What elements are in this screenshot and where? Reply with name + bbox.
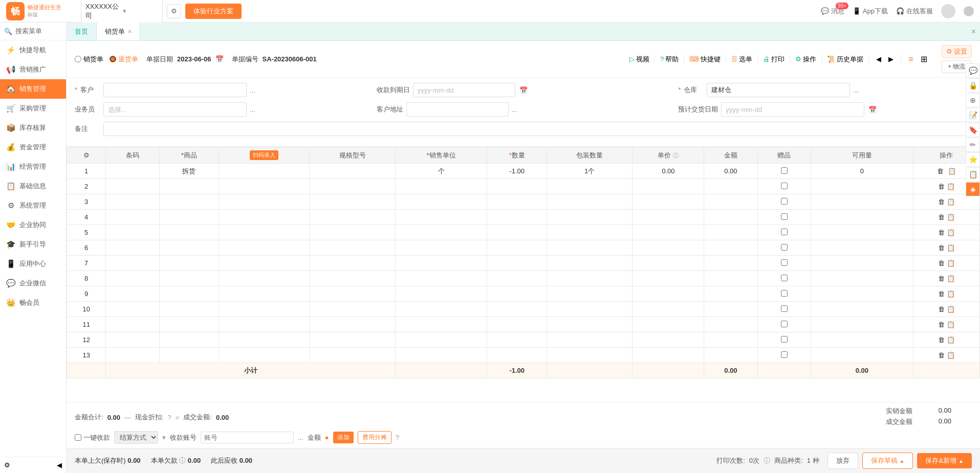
payment-date-input[interactable]: [413, 83, 515, 97]
toolbar-print[interactable]: 🖨打印: [763, 55, 785, 64]
delete-icon[interactable]: 🗑: [938, 321, 945, 328]
copy-icon[interactable]: 📋: [947, 336, 955, 344]
warehouse-dots[interactable]: ...: [853, 86, 859, 94]
add-btn[interactable]: 添加: [333, 432, 354, 443]
customer-input[interactable]: [103, 83, 247, 97]
app-download[interactable]: 📱 App下载: [853, 7, 888, 16]
sidebar-item-weixin[interactable]: 💬 企业微信: [0, 274, 66, 293]
sidebar-item-inventory[interactable]: 📦 库存核算: [0, 118, 66, 138]
rs-edit-btn[interactable]: ✏: [966, 138, 980, 152]
sidebar-collapse-btn[interactable]: ◀: [57, 461, 62, 469]
company-select[interactable]: XXXXXX公司 ▾: [81, 0, 163, 23]
draft-btn[interactable]: 保存草稿 ▲: [862, 453, 913, 469]
row-qty[interactable]: -1.00: [487, 164, 547, 179]
nav-prev-btn[interactable]: ◀: [874, 55, 883, 63]
delete-icon[interactable]: 🗑: [938, 229, 945, 236]
copy-icon[interactable]: 📋: [947, 244, 955, 252]
row-pkg-qty[interactable]: 1个: [547, 164, 633, 179]
tab-close-btn[interactable]: ×: [128, 28, 132, 35]
delete-icon[interactable]: 🗑: [938, 198, 945, 206]
delete-icon[interactable]: 🗑: [937, 167, 944, 175]
message-icon[interactable]: 💬 消息 99+: [821, 7, 844, 16]
fy-help-icon[interactable]: ?: [396, 434, 399, 441]
delete-icon[interactable]: 🗑: [938, 213, 945, 221]
row-spec[interactable]: [310, 164, 395, 179]
user-menu[interactable]: [964, 6, 974, 16]
sidebar-item-marketing[interactable]: 📢 营销推广: [0, 60, 66, 79]
rs-clipboard-btn[interactable]: 📋: [966, 167, 980, 182]
delete-icon[interactable]: 🗑: [938, 290, 945, 298]
copy-icon[interactable]: 📋: [947, 275, 955, 282]
one-click-pay-checkbox[interactable]: [75, 434, 81, 441]
rs-chat-btn[interactable]: 💬: [966, 63, 980, 78]
rs-bookmark-btn[interactable]: 🔖: [966, 123, 980, 137]
col-scan[interactable]: 扫码录入: [219, 147, 310, 164]
add-icon[interactable]: ●: [325, 434, 329, 441]
toolbar-video[interactable]: ▷视频: [629, 55, 649, 64]
online-service[interactable]: 🎧 在线客服: [896, 7, 933, 16]
customer-addr-dots[interactable]: ...: [512, 106, 517, 114]
copy-icon[interactable]: 📋: [947, 351, 955, 359]
account-dots[interactable]: ...: [298, 434, 303, 441]
sidebar-footer-settings[interactable]: ⚙: [4, 461, 10, 469]
radio-sales[interactable]: 销货单: [75, 55, 103, 64]
setting-btn[interactable]: ⚙ 设置: [942, 45, 972, 58]
toolbar-history[interactable]: 📜历史单据: [827, 55, 863, 64]
copy-icon[interactable]: 📋: [947, 290, 955, 298]
rs-orange-btn[interactable]: ◈: [966, 182, 980, 196]
delete-icon[interactable]: 🗑: [938, 275, 945, 282]
sidebar-item-guide[interactable]: 🎓 新手引导: [0, 235, 66, 254]
calc-dropdown-icon[interactable]: ▾: [162, 434, 166, 441]
sidebar-item-member[interactable]: 👑 畅会员: [0, 293, 66, 312]
notes-input[interactable]: [103, 122, 972, 136]
tab-sales-order[interactable]: 销货单 ×: [97, 22, 140, 40]
account-input[interactable]: [201, 432, 294, 443]
discount-help-icon[interactable]: ?: [168, 414, 171, 421]
sidebar-item-sales[interactable]: 🏠 销售管理: [0, 79, 66, 99]
row-barcode[interactable]: [106, 164, 159, 179]
header-settings-btn[interactable]: ⚙: [167, 4, 181, 18]
date-icon[interactable]: 📅: [215, 55, 224, 63]
row-price[interactable]: 0.00: [633, 164, 704, 179]
toolbar-select[interactable]: ☰选单: [731, 55, 752, 64]
prev-balance-help[interactable]: ⓘ: [179, 457, 186, 464]
delete-icon[interactable]: 🗑: [938, 183, 945, 190]
rs-note-btn[interactable]: 📝: [966, 108, 980, 122]
radio-return[interactable]: 退货单: [110, 55, 138, 64]
warehouse-input[interactable]: 建材仓: [707, 83, 850, 97]
delete-icon[interactable]: 🗑: [938, 336, 945, 344]
tab-bar-close[interactable]: ×: [971, 27, 980, 36]
sidebar-item-finance[interactable]: 💰 资金管理: [0, 138, 66, 157]
rs-star-btn[interactable]: ⭐: [966, 152, 980, 167]
print-help-icon[interactable]: ⓘ: [764, 456, 770, 465]
save-new-btn[interactable]: 保存&新增 ▲: [917, 453, 972, 468]
sidebar-item-purchase[interactable]: 🛒 采购管理: [0, 99, 66, 118]
row-gift[interactable]: [757, 164, 811, 179]
sidebar-item-appstore[interactable]: 📱 应用中心: [0, 254, 66, 274]
delete-icon[interactable]: 🗑: [938, 351, 945, 359]
sidebar-item-basics[interactable]: 📋 基础信息: [0, 176, 66, 196]
calc-method-select[interactable]: 结算方式: [114, 431, 158, 444]
delivery-date-calendar-icon[interactable]: 📅: [868, 106, 877, 114]
row-product[interactable]: 拆货: [159, 164, 219, 179]
toolbar-operation[interactable]: ⚙操作: [795, 55, 816, 64]
sidebar-item-quick-nav[interactable]: ⚡ 快捷导航: [0, 40, 66, 60]
customer-addr-input[interactable]: [406, 102, 509, 117]
tab-home[interactable]: 首页: [67, 22, 97, 40]
trial-btn[interactable]: 体验行业方案: [185, 4, 242, 19]
toolbar-shortcut[interactable]: ⌨快捷键: [689, 55, 721, 64]
copy-icon[interactable]: 📋: [947, 321, 955, 328]
delivery-date-input[interactable]: [721, 102, 864, 117]
row-unit[interactable]: 个: [395, 164, 487, 179]
copy-icon[interactable]: 📋: [947, 213, 955, 221]
delete-icon[interactable]: 🗑: [938, 259, 945, 267]
copy-icon[interactable]: 📋: [947, 305, 955, 313]
copy-icon[interactable]: 📋: [948, 167, 956, 175]
view-list-btn[interactable]: ≡: [906, 55, 915, 64]
copy-icon[interactable]: 📋: [947, 183, 955, 190]
delete-icon[interactable]: 🗑: [938, 244, 945, 252]
sidebar-item-ops[interactable]: 📊 经营管理: [0, 157, 66, 176]
rs-add-btn[interactable]: ⊕: [966, 93, 980, 107]
salesperson-dots[interactable]: ...: [250, 106, 255, 114]
salesperson-input[interactable]: [103, 102, 247, 117]
